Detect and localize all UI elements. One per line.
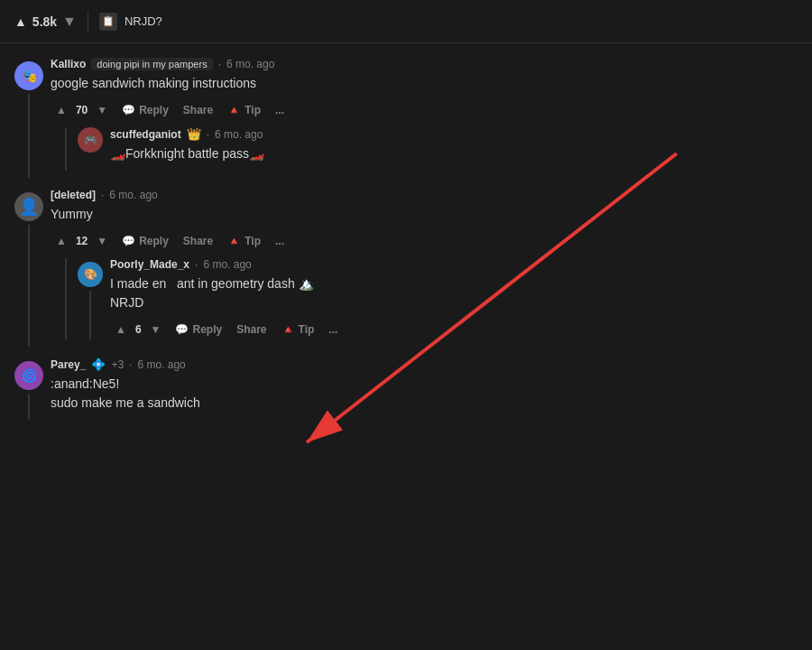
reply-icon: 💬	[122, 104, 135, 116]
tip-btn-kallixo[interactable]: 🔺 Tip	[222, 100, 266, 120]
comment-text-parey: :anand:Ne5! sudo make me a sandwich	[51, 375, 798, 413]
comment-header-poorly: Poorly_Made_x · 6 mo. ago	[110, 258, 798, 271]
sep-deleted: ·	[101, 189, 104, 201]
reply-btn-poorly[interactable]: 💬 Reply	[170, 320, 227, 339]
upvote-icon[interactable]: ▲	[14, 14, 27, 29]
flair-kallixo: doing pipi in my pampers	[91, 58, 212, 70]
thread-line-deleted: 👤	[14, 189, 43, 347]
comment-body-poorly: Poorly_Made_x · 6 mo. ago I made en ant …	[110, 258, 798, 339]
share-btn-kallixo[interactable]: Share	[178, 100, 218, 120]
share-btn-deleted[interactable]: Share	[178, 231, 218, 251]
username-kallixo[interactable]: Kallixo	[51, 58, 86, 70]
comment-body-deleted: [deleted] · 6 mo. ago Yummy ▲ 12 ▼ 💬 Rep…	[51, 189, 798, 347]
avatar-parey: 🌀	[14, 361, 43, 390]
comment-text-kallixo: google sandwich making instructions	[51, 74, 798, 93]
action-bar-poorly: ▲ 6 ▼ 💬 Reply Share	[110, 320, 798, 339]
timestamp-deleted: 6 mo. ago	[109, 189, 157, 201]
timestamp-kallixo-val: 6 mo. ago	[226, 58, 274, 70]
avatar-deleted: 👤	[14, 192, 43, 221]
reply-btn-deleted[interactable]: 💬 Reply	[116, 231, 174, 251]
action-bar-deleted: ▲ 12 ▼ 💬 Reply Share 🔺 Tip ..	[51, 231, 798, 251]
post-title: NRJD?	[125, 14, 162, 28]
avatar-scuffed: 🎮	[78, 127, 103, 153]
thread-line-kallixo: 🎭	[14, 58, 43, 178]
thread-line	[28, 94, 30, 178]
score-deleted: 12	[76, 235, 88, 247]
topbar: ▲ 5.8k ▼ 📋 NRJD?	[0, 0, 812, 43]
post-icon: 📋	[99, 13, 117, 31]
comment-poorly: 🎨 Poorly_Made_x · 6 mo. ago I made en an…	[78, 258, 798, 339]
tip-btn-deleted[interactable]: 🔺 Tip	[222, 231, 266, 251]
share-btn-poorly[interactable]: Share	[231, 320, 272, 339]
downvote-poorly[interactable]: ▼	[145, 320, 167, 339]
plus-parey: +3	[111, 358, 124, 371]
score-poorly: 6	[135, 323, 142, 336]
comment-parey: 🌀 Parey_ 💠 +3 · 6 mo. ago :anand:Ne5! su…	[14, 358, 798, 420]
thread-line-deleted	[28, 225, 30, 347]
comment-header-scuffed: scuffedganiot 👑 · 6 mo. ago	[110, 127, 798, 141]
username-deleted[interactable]: [deleted]	[51, 189, 96, 201]
thread-line-parey: 🌀	[14, 358, 43, 420]
comment-header-parey: Parey_ 💠 +3 · 6 mo. ago	[51, 358, 798, 371]
score-kallixo: 70	[76, 104, 88, 116]
sep-poorly: ·	[195, 258, 198, 271]
upvote-deleted[interactable]: ▲	[51, 231, 72, 251]
sep-parey: ·	[129, 358, 132, 371]
thread-line-parey	[28, 394, 30, 420]
nested-poorly: 🎨 Poorly_Made_x · 6 mo. ago I made en an…	[65, 258, 798, 339]
action-bar-kallixo: ▲ 70 ▼ 💬 Reply Share 🔺 Tip ..	[51, 100, 798, 120]
username-poorly[interactable]: Poorly_Made_x	[110, 258, 189, 271]
nrjd-text: NRJD	[110, 293, 798, 312]
comment-body-kallixo: Kallixo doing pipi in my pampers · 6 mo.…	[51, 58, 798, 178]
nested-scuffed: 🎮 scuffedganiot 👑 · 6 mo. ago 🏎️Forkknig…	[65, 127, 798, 171]
upvote-kallixo[interactable]: ▲	[51, 100, 72, 120]
comment-body-scuffed: scuffedganiot 👑 · 6 mo. ago 🏎️Forkknight…	[110, 127, 798, 171]
sep-scuffed: ·	[207, 128, 209, 141]
comment-container: 🎭 Kallixo doing pipi in my pampers · 6 m…	[0, 58, 812, 420]
timestamp-scuffed: 6 mo. ago	[215, 128, 263, 141]
downvote-icon[interactable]: ▼	[62, 14, 77, 30]
username-scuffed[interactable]: scuffedganiot	[110, 128, 181, 141]
tip-icon-deleted: 🔺	[227, 235, 241, 247]
anand-text: :anand:Ne5!	[51, 376, 119, 391]
thread-line-poorly: 🎨	[78, 258, 103, 339]
comment-scuffed: 🎮 scuffedganiot 👑 · 6 mo. ago 🏎️Forkknig…	[78, 127, 798, 171]
thread-line-poorly	[89, 291, 91, 339]
sudo-text: sudo make me a sandwich	[51, 395, 200, 410]
tip-icon-poorly: 🔺	[281, 323, 295, 336]
tip-btn-poorly[interactable]: 🔺 Tip	[276, 320, 320, 339]
score-value: 5.8k	[32, 14, 57, 29]
timestamp-kallixo: ·	[218, 58, 221, 70]
tip-icon: 🔺	[227, 104, 241, 116]
comment-text-scuffed: 🏎️Forkknight battle pass🏎️	[110, 144, 798, 163]
comment-header-deleted: [deleted] · 6 mo. ago	[51, 189, 798, 201]
flair-parey: 💠	[91, 358, 106, 371]
reply-icon-poorly: 💬	[175, 323, 189, 336]
avatar-poorly: 🎨	[78, 262, 103, 287]
more-btn-poorly[interactable]: ...	[323, 320, 343, 339]
reply-icon-deleted: 💬	[122, 235, 135, 247]
reply-btn-kallixo[interactable]: 💬 Reply	[116, 100, 174, 120]
username-parey[interactable]: Parey_	[51, 358, 86, 371]
upvote-poorly[interactable]: ▲	[110, 320, 132, 339]
topbar-divider	[88, 11, 88, 32]
more-btn-deleted[interactable]: ...	[270, 231, 290, 251]
comment-text-poorly: I made en ant in geometry dash 🏔️ NRJD	[110, 274, 798, 312]
content-area: 🎭 Kallixo doing pipi in my pampers · 6 m…	[0, 43, 812, 650]
timestamp-poorly: 6 mo. ago	[203, 258, 251, 271]
timestamp-parey: 6 mo. ago	[137, 358, 185, 371]
comment-body-parey: Parey_ 💠 +3 · 6 mo. ago :anand:Ne5! sudo…	[51, 358, 798, 420]
flair-scuffed: 👑	[187, 127, 201, 141]
comment-deleted: 👤 [deleted] · 6 mo. ago Yummy ▲ 12 ▼ 💬 R…	[14, 189, 798, 347]
downvote-deleted[interactable]: ▼	[91, 231, 113, 251]
avatar-kallixo: 🎭	[14, 61, 43, 90]
downvote-kallixo[interactable]: ▼	[91, 100, 113, 120]
more-btn-kallixo[interactable]: ...	[270, 100, 290, 120]
comment-kallixo: 🎭 Kallixo doing pipi in my pampers · 6 m…	[14, 58, 798, 178]
post-title-bar: 📋 NRJD?	[99, 13, 162, 31]
comment-header-kallixo: Kallixo doing pipi in my pampers · 6 mo.…	[51, 58, 798, 70]
vote-section: ▲ 5.8k ▼	[14, 14, 77, 30]
comment-text-deleted: Yummy	[51, 205, 798, 224]
